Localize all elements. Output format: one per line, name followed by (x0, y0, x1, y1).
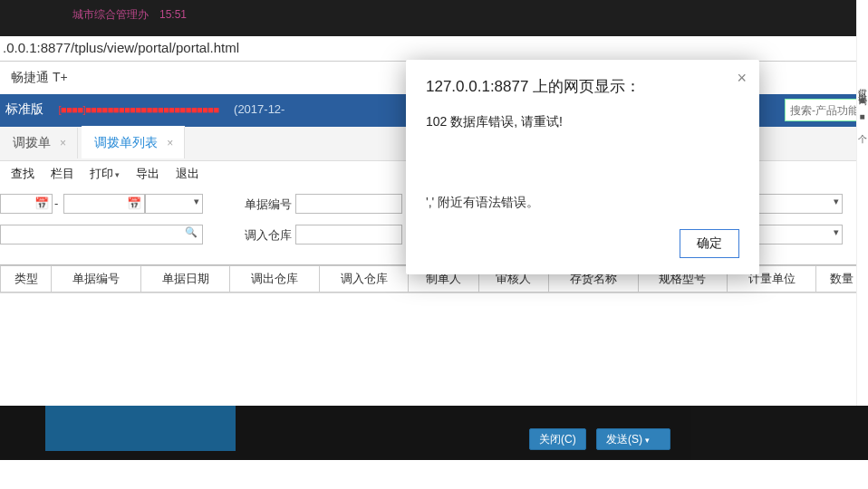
right-side-hint: 仅可以咨询 ■ ■ 个 (856, 0, 868, 406)
doc-no-label: 单据编号 (245, 197, 292, 213)
col-docno[interactable]: 单据编号 (52, 266, 140, 292)
footer-dim: 关闭(C) 发送(S) ▾ (0, 406, 868, 460)
calendar-icon: 📅 (34, 197, 49, 210)
doc-no-input[interactable] (295, 194, 402, 214)
send-button[interactable]: 发送(S) ▾ (596, 428, 670, 450)
tab-label: 调拨单列表 (94, 135, 158, 149)
header-date: (2017-12- (223, 102, 285, 116)
dialog-message-1: 102 数据库错误, 请重试! (426, 111, 739, 131)
out-wh-input[interactable]: 🔍 (0, 225, 203, 244)
app-brand: 畅捷通 T+ (0, 63, 79, 91)
in-wh-label: 调入仓库 (245, 227, 292, 244)
search-icon: 🔍 (185, 226, 198, 238)
search-input[interactable] (785, 99, 863, 121)
url-bar[interactable]: .0.0.1:8877/tplus/view/portal/portal.htm… (0, 36, 868, 62)
find-button[interactable]: 查找 (11, 167, 34, 180)
header-redtext: [■■■■]■■■■■■■■■■■■■■■■■■■■■■■■ (54, 104, 218, 115)
col-outwh[interactable]: 调出仓库 (230, 266, 319, 292)
edition-label: 标准版 (0, 94, 51, 125)
col-inwh[interactable]: 调入仓库 (319, 266, 408, 292)
in-wh-input[interactable] (295, 225, 402, 244)
close-icon[interactable]: × (60, 137, 66, 149)
send-label: 发送(S) (606, 433, 642, 446)
exit-button[interactable]: 退出 (176, 167, 199, 180)
columns-button[interactable]: 栏目 (51, 167, 74, 180)
date-to-input[interactable]: 📅 (63, 194, 145, 214)
alert-dialog: × 127.0.0.1:8877 上的网页显示： 102 数据库错误, 请重试!… (406, 60, 759, 274)
tab-transfer-order-list[interactable]: 调拨单列表 × (82, 126, 185, 158)
export-button[interactable]: 导出 (136, 167, 159, 180)
chevron-down-icon: ▾ (645, 436, 650, 445)
dialog-buttons: 确定 (426, 229, 739, 258)
tab-label: 调拨单 (13, 135, 51, 149)
print-button[interactable]: 打印 (90, 167, 120, 180)
ok-button[interactable]: 确定 (680, 229, 739, 258)
footer-blue-panel (45, 406, 236, 451)
calendar-icon: 📅 (127, 197, 141, 210)
dialog-title: 127.0.0.1:8877 上的网页显示： (426, 76, 739, 97)
close-icon[interactable]: × (737, 69, 747, 88)
dialog-message-2: ',' 附近有语法错误。 (426, 195, 739, 211)
filter-select-1[interactable]: ▾ (757, 194, 843, 214)
chevron-down-icon: ▾ (194, 196, 199, 207)
tab-transfer-order[interactable]: 调拨单 × (0, 128, 78, 158)
date-from-input[interactable]: 📅 (0, 194, 53, 214)
close-icon[interactable]: × (167, 137, 173, 149)
filter-select-2[interactable]: ▾ (757, 225, 843, 244)
date-sep: - (54, 197, 58, 210)
close-button[interactable]: 关闭(C) (529, 428, 586, 450)
chevron-down-icon: ▾ (834, 226, 839, 238)
background-dim-top: 城市综合管理办 15:51 (0, 0, 868, 36)
col-date[interactable]: 单据日期 (140, 266, 229, 292)
type-select[interactable]: ▾ (145, 194, 203, 214)
chevron-down-icon: ▾ (834, 196, 839, 207)
dim-text: 城市综合管理办 15:51 (0, 0, 868, 30)
col-type[interactable]: 类型 (1, 266, 52, 292)
